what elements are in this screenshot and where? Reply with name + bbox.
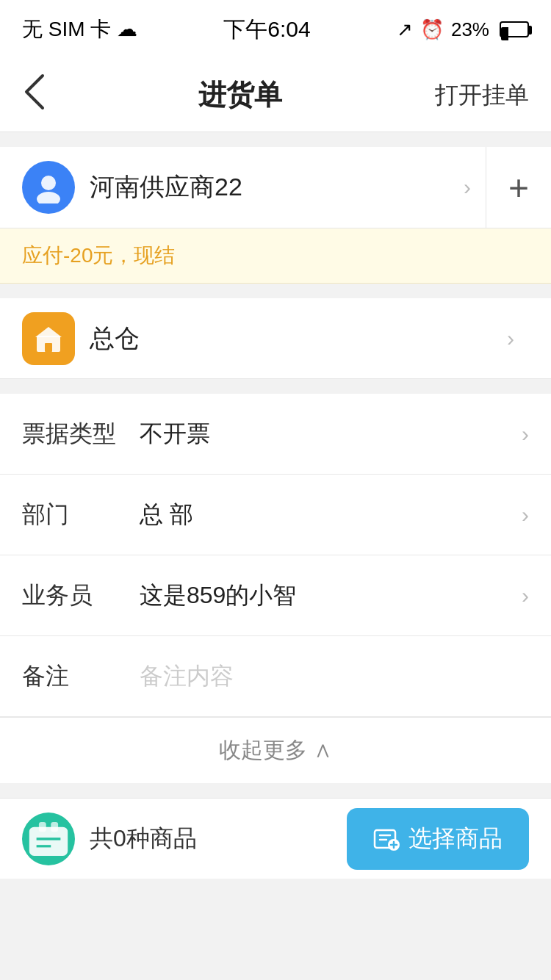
back-button[interactable]	[22, 73, 46, 118]
add-supplier-button[interactable]: +	[486, 167, 529, 208]
open-pending-button[interactable]: 打开挂单	[435, 79, 529, 112]
supplier-notice: 应付-20元，现结	[0, 228, 551, 284]
select-product-label: 选择商品	[408, 823, 503, 855]
warehouse-name: 总仓	[90, 322, 492, 356]
svg-marker-3	[35, 327, 62, 337]
supplier-row[interactable]: 河南供应商22 ›	[22, 147, 486, 228]
battery-icon	[500, 21, 529, 37]
alarm-icon: ⏰	[420, 18, 444, 41]
main-content: 河南供应商22 › + 应付-20元，现结 总仓 › 票据类型 不开票 ›	[0, 132, 551, 980]
supplier-avatar	[22, 161, 75, 214]
location-icon: ↗	[397, 18, 413, 41]
supplier-section: 河南供应商22 › +	[0, 147, 551, 228]
collapse-label: 收起更多 ∧	[219, 735, 331, 765]
status-bar: 无 SIM 卡 ☁ 下午6:04 ↗ ⏰ 23%	[0, 0, 551, 59]
invoice-type-row[interactable]: 票据类型 不开票 ›	[0, 394, 551, 475]
select-product-button[interactable]: 选择商品	[347, 808, 529, 870]
status-left: 无 SIM 卡 ☁	[22, 15, 137, 43]
sales-person-row[interactable]: 业务员 这是859的小智 ›	[0, 555, 551, 636]
supplier-chevron-icon: ›	[464, 175, 471, 200]
warehouse-row[interactable]: 总仓 ›	[0, 298, 551, 379]
svg-rect-4	[45, 343, 52, 352]
status-time: 下午6:04	[223, 15, 310, 45]
section-gap-2	[0, 284, 551, 298]
svg-rect-6	[39, 822, 46, 832]
svg-point-1	[37, 192, 60, 203]
warehouse-chevron-icon: ›	[507, 326, 514, 351]
product-count-label: 共0种商品	[90, 823, 347, 855]
product-icon	[22, 813, 75, 865]
svg-rect-5	[29, 826, 68, 855]
department-row[interactable]: 部门 总 部 ›	[0, 475, 551, 555]
section-gap-4	[0, 783, 551, 798]
sales-person-value: 这是859的小智	[125, 580, 514, 612]
invoice-type-label: 票据类型	[22, 418, 125, 450]
nav-bar: 进货单 打开挂单	[0, 59, 551, 132]
status-right: ↗ ⏰ 23%	[397, 18, 529, 41]
supplier-name: 河南供应商22	[90, 170, 449, 204]
collapse-row[interactable]: 收起更多 ∧	[0, 717, 551, 783]
sales-person-label: 业务员	[22, 580, 125, 612]
battery-level: 23%	[451, 18, 489, 41]
remark-row[interactable]: 备注 备注内容	[0, 636, 551, 717]
department-value: 总 部	[125, 499, 514, 531]
svg-rect-7	[51, 822, 58, 832]
warehouse-icon	[22, 312, 75, 365]
invoice-type-chevron-icon: ›	[522, 422, 529, 447]
remark-label: 备注	[22, 660, 125, 693]
invoice-type-value: 不开票	[125, 418, 514, 450]
department-label: 部门	[22, 499, 125, 531]
sales-person-chevron-icon: ›	[522, 583, 529, 608]
page-title: 进货单	[198, 76, 282, 114]
form-section: 票据类型 不开票 › 部门 总 部 › 业务员 这是859的小智 › 备注 备注…	[0, 394, 551, 783]
remark-input[interactable]: 备注内容	[125, 660, 529, 693]
department-chevron-icon: ›	[522, 502, 529, 527]
section-gap-1	[0, 132, 551, 147]
sim-status: 无 SIM 卡 ☁	[22, 15, 137, 43]
svg-point-0	[41, 176, 56, 190]
bottom-bar: 共0种商品 选择商品	[0, 798, 551, 879]
section-gap-3	[0, 379, 551, 394]
